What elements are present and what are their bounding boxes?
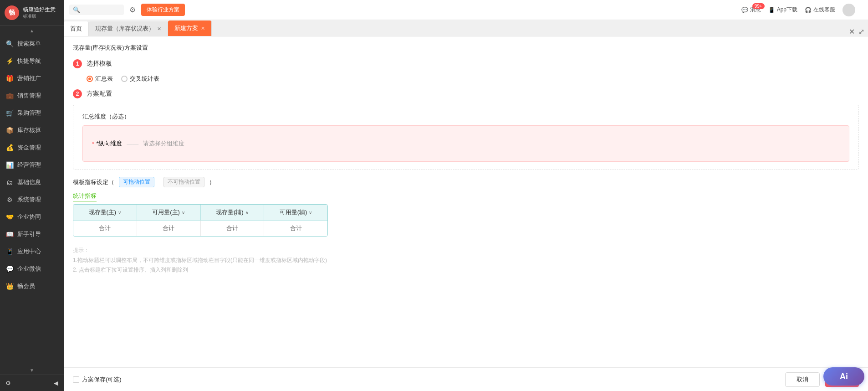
tab-inventory[interactable]: 现存量（库存状况表） ✕ (89, 21, 168, 36)
save-checkbox-box[interactable] (73, 376, 79, 383)
sidebar-item-quick-nav[interactable]: ⚡ 快捷导航 (0, 52, 64, 70)
sidebar-icon-app-center: 📱 (5, 247, 14, 256)
stats-table-body: 合计 合计 合计 合计 (73, 220, 327, 236)
sidebar-item-purchase[interactable]: 🛒 采购管理 (0, 104, 64, 122)
indicator-close: ） (209, 178, 215, 186)
sidebar-item-enterprise[interactable]: 🤝 企业协同 (0, 208, 64, 226)
tab-home[interactable]: 首页 (64, 21, 89, 36)
sidebar-nav: 🔍 搜索菜单 ⚡ 快捷导航 🎁 营销推广 💼 销售管理 🛒 采购管理 📦 库存核… (0, 35, 64, 365)
tab-inventory-close-icon[interactable]: ✕ (157, 26, 161, 32)
section1-label: 选择模板 (87, 60, 112, 68)
sidebar-item-wechat[interactable]: 💬 企业微信 (0, 260, 64, 278)
stats-col-chevron-2[interactable]: ∨ (245, 210, 249, 215)
online-service-button[interactable]: 🎧 在线客服 (805, 6, 835, 14)
topbar-right: 💬 消息 99+ 📱 App下载 🎧 在线客服 (741, 4, 863, 16)
topbar: 🔍 ⚙ 体验行业方案 💬 消息 99+ 📱 App下载 🎧 在线客服 (64, 0, 868, 20)
radio-summary-table[interactable]: 汇总表 (87, 75, 113, 83)
trial-industry-button[interactable]: 体验行业方案 (141, 4, 185, 16)
save-plan-checkbox[interactable]: 方案保存(可选) (73, 376, 122, 384)
stats-col-chevron-3[interactable]: ∨ (309, 210, 312, 215)
stats-col-chevron-0[interactable]: ∨ (118, 210, 121, 215)
headset-icon: 🎧 (805, 7, 812, 13)
sidebar-label-operation: 经营管理 (17, 161, 41, 169)
sidebar-icon-newbie: 📖 (5, 230, 14, 238)
sidebar-label-enterprise: 企业协同 (17, 213, 41, 221)
sidebar-item-finance[interactable]: 💰 资金管理 (0, 139, 64, 156)
message-button[interactable]: 💬 消息 99+ (741, 6, 761, 14)
app-download-button[interactable]: 📱 App下载 (768, 6, 797, 14)
save-checkbox-label: 方案保存(可选) (82, 376, 122, 384)
section1-number: 1 (73, 59, 82, 68)
sidebar-item-inventory[interactable]: 📦 库存核算 (0, 122, 64, 139)
tip-title: 提示： (73, 247, 89, 253)
tabs-right-icons: ✕ ⤢ (849, 27, 868, 36)
sidebar-item-basic[interactable]: 🗂 基础信息 (0, 174, 64, 191)
search-input[interactable] (82, 7, 118, 13)
sidebar-label-quick-nav: 快捷导航 (17, 57, 41, 65)
sidebar-item-search[interactable]: 🔍 搜索菜单 (0, 35, 64, 52)
sidebar-label-marketing: 营销推广 (17, 74, 41, 82)
stats-col-chevron-1[interactable]: ∨ (182, 210, 185, 215)
sidebar-label-newbie: 新手引导 (17, 230, 41, 238)
sidebar-settings-icon[interactable]: ⚙ (5, 380, 11, 386)
stats-col-header-1: 可用量(主) ∨ (137, 205, 201, 220)
tab-maximize-icon[interactable]: ⤢ (858, 27, 864, 36)
dimension-config: 汇总维度（必选） * *纵向维度 —— 请选择分组维度 (73, 105, 859, 170)
stats-table: 现存量(主) ∨ 可用量(主) ∨ 现存量(辅) ∨ 可用量(辅) (73, 204, 328, 237)
radio-cross-table[interactable]: 交叉统计表 (121, 75, 159, 83)
sidebar-label-app-center: 应用中心 (17, 247, 41, 256)
section2-label: 方案配置 (87, 90, 112, 98)
stats-col-label-3: 可用量(辅) (280, 208, 307, 216)
sidebar-item-newbie[interactable]: 📖 新手引导 (0, 226, 64, 243)
sidebar-icon-purchase: 🛒 (5, 109, 14, 117)
cancel-button[interactable]: 取消 (785, 372, 820, 387)
sidebar-label-wechat: 企业微信 (17, 265, 41, 273)
page-inner: 现存量(库存状况表)方案设置 1 选择模板 汇总表 交叉统计表 2 方案配置 (64, 36, 868, 367)
search-icon: 🔍 (73, 6, 80, 13)
section2-row: 2 方案配置 (73, 89, 859, 98)
stats-col-header-2: 现存量(辅) ∨ (201, 205, 265, 220)
footer-bar: 方案保存(可选) 取消 查询 (64, 367, 868, 391)
dimension-placeholder[interactable]: 请选择分组维度 (143, 139, 184, 148)
sidebar-item-operation[interactable]: 📊 经营管理 (0, 156, 64, 174)
sidebar-item-app-center[interactable]: 📱 应用中心 (0, 243, 64, 260)
sidebar-item-member[interactable]: 👑 畅会员 (0, 278, 64, 295)
sidebar-logo: 畅 (5, 5, 19, 20)
sidebar-item-sales[interactable]: 💼 销售管理 (0, 87, 64, 104)
sidebar-label-sales: 销售管理 (17, 92, 41, 100)
sidebar-label-search: 搜索菜单 (17, 40, 41, 48)
sidebar-scroll-down[interactable]: ▼ (0, 365, 64, 375)
gear-icon[interactable]: ⚙ (128, 4, 138, 16)
section2-number: 2 (73, 89, 82, 98)
tab-close-icon[interactable]: ✕ (849, 27, 855, 36)
tab-new-plan[interactable]: 新建方案 ✕ (168, 21, 212, 36)
ai-float-button[interactable]: Ai (823, 367, 864, 386)
stats-table-header: 现存量(主) ∨ 可用量(主) ∨ 现存量(辅) ∨ 可用量(辅) (73, 205, 327, 220)
template-radio-group: 汇总表 交叉统计表 (87, 75, 859, 83)
sidebar-icon-enterprise: 🤝 (5, 213, 14, 221)
tab-new-plan-close-icon[interactable]: ✕ (201, 26, 205, 31)
stats-section-title: 统计指标 (73, 192, 97, 201)
stats-col-header-3: 可用量(辅) ∨ (264, 205, 327, 220)
stats-col-header-0: 现存量(主) ∨ (73, 205, 137, 220)
sidebar-scroll-up[interactable]: ▲ (0, 26, 64, 35)
stats-section: 统计指标 现存量(主) ∨ 可用量(主) ∨ 现存量(辅) ∨ (73, 192, 859, 237)
sidebar-item-system[interactable]: ⚙ 系统管理 (0, 191, 64, 208)
sidebar-icon-sales: 💼 (5, 92, 14, 100)
radio-summary-dot (87, 76, 93, 82)
sidebar-item-marketing[interactable]: 🎁 营销推广 (0, 70, 64, 87)
sidebar-icon-operation: 📊 (5, 161, 14, 169)
message-badge: 99+ (752, 3, 765, 9)
radio-cross-dot (121, 76, 128, 82)
sidebar-label-member: 畅会员 (17, 282, 35, 290)
stats-body-label-2: 合计 (226, 225, 238, 232)
sidebar-icon-quick-nav: ⚡ (5, 57, 14, 65)
stats-body-col-0: 合计 (73, 221, 137, 236)
stats-body-col-2: 合计 (201, 221, 265, 236)
sidebar-icon-member: 👑 (5, 282, 14, 290)
sidebar-icon-basic: 🗂 (5, 178, 14, 186)
sidebar-label-inventory: 库存核算 (17, 126, 41, 134)
tip-2: 2. 点击标题栏下拉可设置排序、插入列和删除列 (73, 267, 188, 273)
sidebar-collapse-icon[interactable]: ◀ (54, 380, 58, 386)
user-avatar[interactable] (842, 4, 855, 16)
